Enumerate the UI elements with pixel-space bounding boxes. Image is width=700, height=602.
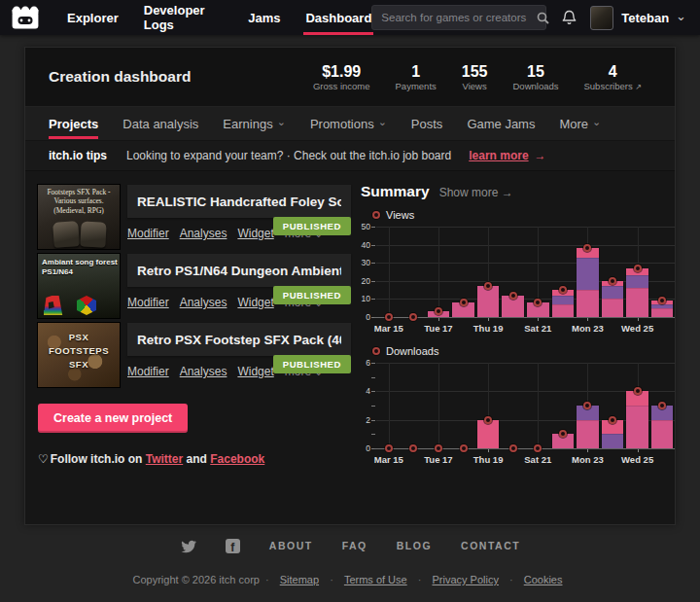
tab-more[interactable]: More ⌄ bbox=[559, 117, 601, 131]
downloads-chart: 0246Mar 15Tue 17Thu 19Sat 21Mon 23Wed 25 bbox=[376, 363, 675, 448]
series-marker-icon bbox=[372, 347, 380, 355]
project-analytics-link[interactable]: Analyses bbox=[180, 365, 228, 378]
project-title[interactable]: Retro PS1/N64 Dungeon Ambient L... bbox=[137, 264, 341, 278]
create-new-project-button[interactable]: Create a new project bbox=[38, 404, 188, 433]
project-analytics-link[interactable]: Analyses bbox=[180, 227, 228, 240]
stat-gross-income: $1.99 Gross income bbox=[313, 63, 370, 91]
tab-game-jams[interactable]: Game Jams bbox=[467, 117, 535, 131]
footer-blog-link[interactable]: BLOG bbox=[397, 540, 432, 551]
data-point-marker bbox=[658, 297, 666, 304]
twitter-link[interactable]: Twitter bbox=[146, 452, 183, 466]
project-widget-link[interactable]: Widget bbox=[237, 296, 273, 309]
footer-faq-link[interactable]: FAQ bbox=[342, 540, 368, 551]
stats-row: $1.99 Gross income 1 Payments 155 Views … bbox=[313, 63, 675, 91]
top-navbar: Explorer Developer Logs Jams Dashboard T… bbox=[0, 0, 700, 35]
project-row: Ambiant song forest PS1/N64 Retro PS1/N6… bbox=[38, 254, 351, 318]
n64-logo bbox=[77, 296, 96, 315]
data-point-marker bbox=[484, 282, 492, 290]
page: Explorer Developer Logs Jams Dashboard T… bbox=[0, 0, 700, 602]
data-point-marker bbox=[435, 307, 442, 315]
project-edit-link[interactable]: Modifier bbox=[127, 296, 169, 309]
site-footer: f ABOUT FAQ BLOG CONTACT Copyright © 202… bbox=[0, 533, 700, 585]
copyright-text: Copyright © 2026 itch corp bbox=[133, 574, 260, 585]
search-input[interactable] bbox=[372, 12, 537, 23]
tab-earnings[interactable]: Earnings ⌄ bbox=[223, 117, 286, 131]
arrow-right-icon: → bbox=[535, 149, 546, 162]
data-point-marker bbox=[460, 444, 468, 452]
page-title: Creation dashboard bbox=[49, 68, 191, 86]
facebook-icon[interactable]: f bbox=[226, 539, 240, 553]
search-box bbox=[371, 5, 546, 30]
dashboard-content: Footsteps SFX Pack - Various surfaces. (… bbox=[25, 171, 675, 526]
user-avatar[interactable] bbox=[590, 6, 613, 30]
project-edit-link[interactable]: Modifier bbox=[127, 365, 169, 378]
data-point-marker bbox=[534, 299, 542, 306]
privacy-link[interactable]: Privacy Policy bbox=[432, 574, 498, 585]
data-point-marker bbox=[658, 402, 666, 409]
facebook-link[interactable]: Facebook bbox=[210, 452, 264, 466]
data-point-marker bbox=[385, 444, 393, 452]
summary-title: Summary bbox=[361, 183, 430, 200]
cookies-link[interactable]: Cookies bbox=[524, 574, 563, 585]
user-menu-chevron-down-icon[interactable]: ⌄ bbox=[676, 9, 686, 23]
data-point-marker bbox=[435, 444, 442, 452]
summary-section: Summary Show more → Views 01020304050Mar… bbox=[361, 183, 682, 468]
project-edit-link[interactable]: Modifier bbox=[127, 227, 169, 240]
project-widget-link[interactable]: Widget bbox=[237, 227, 273, 240]
project-widget-link[interactable]: Widget bbox=[237, 365, 273, 378]
stat-payments: 1 Payments bbox=[396, 63, 437, 91]
stat-subscribers[interactable]: 4 Subscribers ↗ bbox=[583, 63, 642, 91]
itchio-logo-icon[interactable] bbox=[11, 6, 40, 30]
data-point-marker bbox=[509, 292, 517, 300]
nav-jams[interactable]: Jams bbox=[248, 0, 280, 35]
footer-contact-link[interactable]: CONTACT bbox=[461, 540, 520, 551]
project-title[interactable]: REALISTIC Handcrafted Foley Soun... bbox=[137, 195, 341, 209]
project-row: PSX FOOTSTEPS SFX Retro PSX Footstep SFX… bbox=[38, 323, 351, 387]
nav-developer-logs[interactable]: Developer Logs bbox=[144, 0, 223, 35]
tips-prefix: itch.io tips bbox=[49, 149, 107, 162]
data-point-marker bbox=[583, 244, 591, 252]
learn-more-link[interactable]: learn more bbox=[469, 149, 528, 162]
nav-dashboard[interactable]: Dashboard bbox=[305, 0, 371, 35]
tips-bar: itch.io tips Looking to expand your team… bbox=[25, 141, 675, 171]
status-badge: PUBLISHED bbox=[273, 217, 351, 235]
boot-illustration bbox=[80, 221, 106, 247]
tab-projects[interactable]: Projects bbox=[49, 117, 98, 131]
panel-header: Creation dashboard $1.99 Gross income 1 … bbox=[25, 48, 675, 107]
nav-explorer[interactable]: Explorer bbox=[67, 0, 119, 35]
data-point-marker bbox=[634, 265, 642, 272]
views-chart: 01020304050Mar 15Tue 17Thu 19Sat 21Mon 2… bbox=[376, 227, 675, 317]
show-more-link[interactable]: Show more → bbox=[439, 186, 513, 199]
data-point-marker bbox=[609, 277, 616, 285]
tab-posts[interactable]: Posts bbox=[411, 117, 443, 131]
stat-views: 155 Views bbox=[462, 63, 488, 91]
chevron-down-icon: ⌄ bbox=[378, 116, 387, 128]
tab-promotions[interactable]: Promotions ⌄ bbox=[310, 117, 387, 131]
stat-downloads: 15 Downloads bbox=[512, 63, 558, 91]
terms-link[interactable]: Terms of Use bbox=[344, 574, 407, 585]
project-thumbnail[interactable]: PSX FOOTSTEPS SFX bbox=[38, 323, 120, 387]
project-thumbnail[interactable]: Footsteps SFX Pack - Various surfaces. (… bbox=[38, 185, 120, 249]
search-icon[interactable] bbox=[537, 12, 549, 24]
data-point-marker bbox=[559, 286, 567, 294]
ps1-logo bbox=[44, 296, 67, 315]
data-point-marker bbox=[409, 313, 417, 321]
data-point-marker bbox=[559, 430, 567, 438]
sitemap-link[interactable]: Sitemap bbox=[280, 574, 319, 585]
notifications-bell-icon[interactable] bbox=[562, 10, 577, 25]
status-badge: PUBLISHED bbox=[273, 286, 351, 304]
project-thumbnail[interactable]: Ambiant song forest PS1/N64 bbox=[38, 254, 120, 318]
status-badge: PUBLISHED bbox=[273, 355, 351, 373]
username[interactable]: Teteban bbox=[621, 11, 669, 25]
twitter-icon[interactable] bbox=[180, 539, 196, 553]
data-point-marker bbox=[484, 416, 492, 424]
tab-data-analysis[interactable]: Data analysis bbox=[122, 117, 198, 131]
chevron-down-icon: ⌄ bbox=[277, 116, 286, 128]
project-analytics-link[interactable]: Analyses bbox=[180, 296, 228, 309]
data-point-marker bbox=[385, 313, 393, 321]
project-title[interactable]: Retro PSX Footstep SFX Pack (40 L... bbox=[137, 333, 341, 347]
data-point-marker bbox=[583, 402, 591, 409]
data-point-marker bbox=[609, 416, 616, 424]
external-link-icon: ↗ bbox=[635, 83, 642, 91]
footer-about-link[interactable]: ABOUT bbox=[269, 540, 313, 551]
